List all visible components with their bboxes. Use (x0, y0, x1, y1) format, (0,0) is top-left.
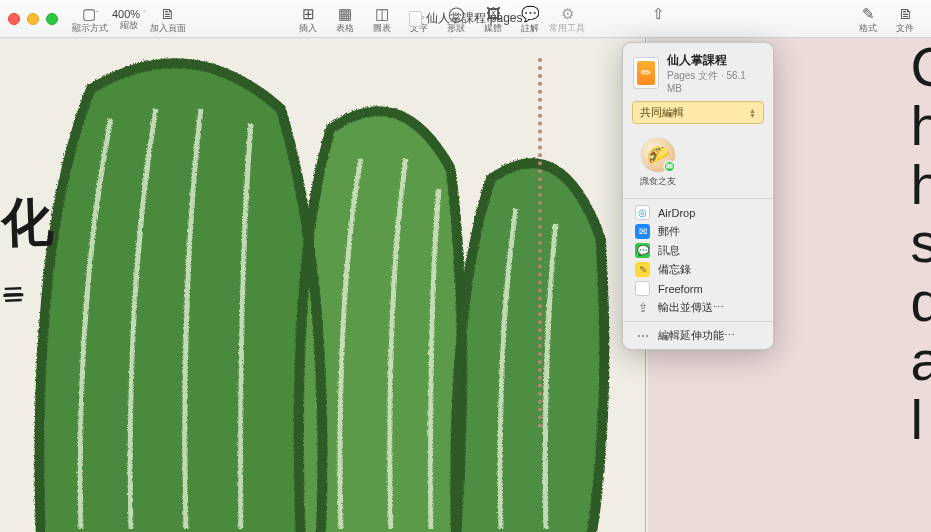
fullscreen-window-button[interactable] (46, 13, 58, 25)
share-item-edit-extensions[interactable]: ⋯ 編輯延伸功能⋯ (623, 326, 773, 345)
document-canvas[interactable]: 化 ≡ Chhsdal (0, 38, 931, 532)
share-item-mail[interactable]: ✉ 郵件 (623, 222, 773, 241)
format-button[interactable]: ✎ 格式 (850, 1, 886, 37)
share-item-notes[interactable]: ✎ 備忘錄 (623, 260, 773, 279)
pages-document-icon (633, 57, 659, 89)
share-icon: ⇧ (652, 5, 665, 23)
share-item-freeform[interactable]: ◐ Freeform (623, 279, 773, 298)
contact-name: 識食之友 (640, 175, 676, 188)
airdrop-icon: ◎ (635, 205, 650, 220)
titlebar: ▢ˇ 顯示方式 400%ˇ 縮放 🗎 加入頁面 ⊞ 插入 ▦ 表格 ◫ 圖表 ⎁… (0, 0, 931, 38)
collab-label: 共同編輯 (640, 105, 684, 120)
share-item-messages[interactable]: 💬 訊息 (623, 241, 773, 260)
avatar: ✉ (641, 138, 675, 172)
popover-doc-meta: Pages 文件 · 56.1 MB (667, 69, 763, 94)
share-item-airdrop[interactable]: ◎ AirDrop (623, 203, 773, 222)
brush-icon: ✎ (862, 5, 875, 23)
export-icon: ⇪ (635, 300, 650, 315)
share-popover: 仙人掌課程 Pages 文件 · 56.1 MB 共同編輯 ▲▼ ✉ 識食之友 … (622, 42, 774, 350)
cactus-illustration (0, 38, 650, 532)
insert-icon: ⊞ (302, 5, 315, 23)
share-item-export-send[interactable]: ⇪ 輸出並傳送⋯ (623, 298, 773, 317)
insert-button[interactable]: ⊞ 插入 (290, 1, 326, 37)
mail-icon: ✉ (635, 224, 650, 239)
chart-icon: ◫ (375, 5, 389, 23)
zoom-button[interactable]: 400%ˇ 縮放 (110, 1, 148, 37)
tools-button[interactable]: ⚙ 常用工具 (549, 1, 585, 37)
document-pane-icon: 🗎 (898, 5, 913, 23)
freeform-icon: ◐ (635, 281, 650, 296)
table-button[interactable]: ▦ 表格 (327, 1, 363, 37)
updown-chevron-icon: ▲▼ (749, 108, 756, 118)
window-controls (8, 13, 58, 25)
contact-item[interactable]: ✉ 識食之友 (633, 138, 683, 188)
handwriting-sample: 化 ≡ (0, 187, 56, 318)
chart-button[interactable]: ◫ 圖表 (364, 1, 400, 37)
minimize-window-button[interactable] (27, 13, 39, 25)
notes-icon: ✎ (635, 262, 650, 277)
ellipsis-icon: ⋯ (635, 328, 650, 343)
document-icon (408, 11, 421, 27)
collaboration-mode-selector[interactable]: 共同編輯 ▲▼ (632, 101, 764, 124)
close-window-button[interactable] (8, 13, 20, 25)
messages-badge-icon: ✉ (663, 160, 676, 173)
body-text-sample: Chhsdal (911, 38, 931, 450)
add-page-button[interactable]: 🗎 加入頁面 (150, 1, 186, 37)
document-title: 仙人掌課程.pages (408, 10, 522, 27)
sidebar-icon: ▢ˇ (82, 5, 99, 23)
messages-icon: 💬 (635, 243, 650, 258)
gear-icon: ⚙ (561, 5, 574, 23)
add-page-icon: 🗎 (160, 5, 175, 23)
popover-doc-title: 仙人掌課程 (667, 52, 763, 69)
comment-icon: 💬 (521, 5, 540, 23)
share-apps-list: ◎ AirDrop ✉ 郵件 💬 訊息 ✎ 備忘錄 ◐ Freeform ⇪ 輸… (623, 199, 773, 321)
popover-header: 仙人掌課程 Pages 文件 · 56.1 MB (623, 43, 773, 101)
chevron-down-icon: ˇ (143, 9, 146, 18)
share-button[interactable]: ⇧ 分享 (640, 1, 676, 37)
guide-line (538, 58, 542, 428)
suggested-contacts: ✉ 識食之友 (623, 132, 773, 198)
view-mode-button[interactable]: ▢ˇ 顯示方式 (72, 1, 108, 37)
table-icon: ▦ (338, 5, 352, 23)
document-button[interactable]: 🗎 文件 (887, 1, 923, 37)
